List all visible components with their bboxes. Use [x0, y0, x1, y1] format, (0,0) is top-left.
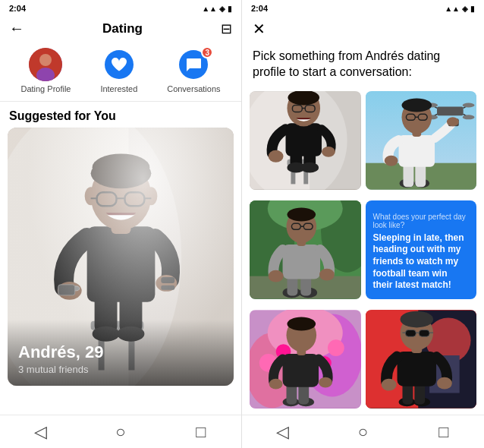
tab-interested[interactable]: Interested	[100, 48, 137, 93]
svg-rect-41	[286, 123, 322, 156]
svg-point-99	[328, 339, 344, 356]
left-status-bar: 2:04 ▲▲ ◈ ▮	[0, 0, 241, 17]
conversations-icon-wrap: 3	[177, 48, 210, 81]
top-nav: ← Dating ⊟	[0, 17, 241, 43]
right-status-bar: 2:04 ▲▲ ◈ ▮	[242, 0, 484, 17]
left-panel: 2:04 ▲▲ ◈ ▮ ← Dating ⊟ Dating P	[0, 0, 242, 448]
svg-point-107	[319, 377, 332, 388]
svg-point-67	[384, 155, 398, 166]
svg-point-58	[462, 103, 474, 107]
right-status-time: 2:04	[251, 4, 268, 13]
interested-heart-icon	[105, 50, 134, 79]
right-wifi-icon: ◈	[462, 5, 468, 13]
svg-point-89	[287, 207, 316, 221]
pick-text: Pick something from Andrés dating profil…	[253, 49, 440, 78]
filter-icon[interactable]: ⊟	[221, 21, 232, 37]
svg-point-60	[462, 115, 474, 119]
svg-point-40	[300, 162, 319, 172]
profile-photo-4[interactable]: What does your perfect day look like? Sl…	[366, 200, 477, 299]
back-button[interactable]: ←	[9, 20, 24, 37]
tabs-row: Dating Profile Interested 3	[0, 43, 241, 102]
svg-point-1	[39, 54, 52, 66]
profile-photo-5[interactable]	[250, 310, 361, 409]
conversations-badge: 3	[201, 46, 213, 58]
profile-photo-2[interactable]	[366, 91, 477, 190]
svg-point-71	[401, 98, 432, 112]
left-square-nav[interactable]: □	[186, 421, 216, 443]
svg-point-43	[322, 147, 335, 157]
photo4-answer: Sleeping in late, then heading out with …	[373, 232, 470, 292]
card-container: Andrés, 29 3 mutual friends	[0, 128, 241, 415]
svg-point-68	[446, 117, 458, 126]
tab-conversations-label: Conversations	[167, 84, 220, 93]
right-home-nav[interactable]: ○	[347, 421, 378, 443]
svg-rect-127	[419, 330, 429, 336]
close-button[interactable]: ✕	[253, 20, 266, 38]
right-top-nav: ✕	[242, 17, 484, 46]
svg-point-122	[437, 377, 452, 390]
profile-photo-1[interactable]	[250, 91, 361, 190]
tab-dating-profile[interactable]: Dating Profile	[20, 48, 71, 93]
photo4-question: What does your perfect day look like?	[373, 213, 470, 229]
left-home-nav[interactable]: ○	[105, 421, 136, 443]
card-mutual: 3 mutual friends	[18, 364, 223, 375]
svg-point-42	[269, 150, 284, 162]
dating-profile-avatar	[29, 48, 62, 81]
photo1-illustration	[250, 91, 361, 190]
photos-grid: What does your perfect day look like? Sl…	[242, 91, 484, 415]
left-status-icons: ▲▲ ◈ ▮	[202, 5, 232, 13]
tab-dating-profile-label: Dating Profile	[20, 84, 71, 93]
right-square-nav[interactable]: □	[429, 421, 459, 443]
photo3-illustration	[250, 200, 361, 299]
right-bottom-nav: ◁ ○ □	[242, 415, 484, 448]
photo2-illustration	[366, 91, 477, 190]
svg-rect-65	[398, 135, 435, 167]
right-battery-icon: ▮	[470, 5, 475, 13]
left-status-time: 2:04	[9, 4, 26, 13]
svg-rect-120	[397, 352, 435, 386]
card-name: Andrés, 29	[18, 342, 223, 362]
battery-icon: ▮	[228, 5, 232, 13]
left-back-nav[interactable]: ◁	[25, 421, 55, 443]
profile-photo-3[interactable]	[250, 200, 361, 299]
tab-interested-label: Interested	[100, 84, 137, 93]
svg-point-85	[269, 270, 284, 282]
svg-rect-52	[437, 106, 464, 115]
profile-photo-6[interactable]	[366, 310, 477, 409]
right-panel: 2:04 ▲▲ ◈ ▮ ✕ Pick something from Andrés…	[242, 0, 484, 448]
tab-conversations[interactable]: 3 Conversations	[167, 48, 220, 93]
right-status-icons: ▲▲ ◈ ▮	[445, 5, 475, 13]
svg-point-110	[287, 317, 316, 330]
page-title: Dating	[102, 21, 143, 36]
section-title: Suggested for You	[0, 102, 241, 128]
dating-profile-icon-wrap	[29, 48, 62, 81]
svg-point-125	[400, 311, 433, 328]
svg-point-121	[381, 379, 396, 391]
svg-point-106	[269, 379, 283, 390]
right-header: Pick something from Andrés dating profil…	[242, 46, 484, 91]
right-signal-icon: ▲▲	[445, 5, 460, 13]
signal-icon: ▲▲	[202, 5, 217, 13]
wifi-icon: ◈	[219, 5, 225, 13]
svg-rect-84	[283, 245, 320, 279]
interested-icon-wrap	[102, 48, 136, 81]
card-info-overlay: Andrés, 29 3 mutual friends	[8, 320, 234, 386]
svg-rect-126	[405, 330, 416, 336]
photo6-illustration	[366, 310, 477, 409]
left-bottom-nav: ◁ ○ □	[0, 415, 241, 448]
profile-card[interactable]: Andrés, 29 3 mutual friends	[8, 128, 234, 386]
svg-point-86	[319, 268, 335, 280]
photo5-illustration	[250, 310, 361, 409]
right-back-nav[interactable]: ◁	[267, 421, 297, 443]
svg-rect-105	[283, 354, 319, 387]
